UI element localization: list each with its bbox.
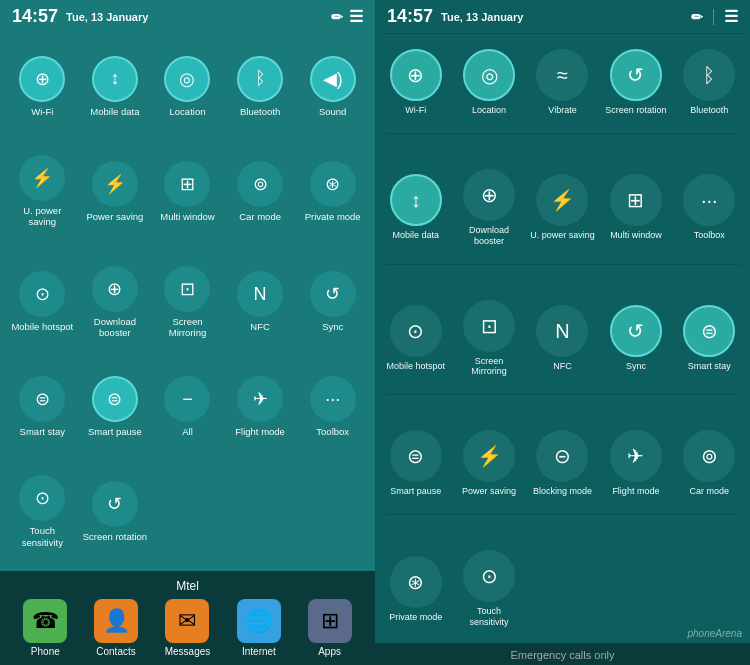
left-quick-icon-16: ⊜ (92, 376, 138, 422)
right-quick-label-1: Location (472, 105, 506, 116)
left-quick-label-12: Screen Mirroring (155, 316, 220, 339)
right-quick-label-20: Private mode (389, 612, 442, 623)
right-quick-item-4[interactable]: ᛒBluetooth (675, 36, 744, 129)
dock-app-2[interactable]: ✉Messages (165, 599, 211, 657)
emergency-text: Emergency calls only (385, 649, 740, 661)
right-quick-label-12: NFC (553, 361, 572, 372)
dock-app-3[interactable]: 🌐Internet (237, 599, 281, 657)
right-quick-item-21[interactable]: ⊙Touch sensitivity (454, 537, 523, 641)
left-quick-label-13: NFC (250, 321, 270, 332)
right-quick-item-18[interactable]: ✈Flight mode (601, 417, 670, 510)
right-quick-label-11: Screen Mirroring (456, 356, 521, 378)
left-quick-item-18[interactable]: ✈Flight mode (226, 359, 295, 454)
right-quick-item-8[interactable]: ⊞Multi window (601, 156, 670, 260)
left-quick-icon-15: ⊜ (19, 376, 65, 422)
right-quick-label-16: Power saving (462, 486, 516, 497)
left-quick-label-1: Mobile data (90, 106, 139, 117)
right-quick-item-2[interactable]: ≈Vibrate (528, 36, 597, 129)
row-divider-4 (385, 133, 740, 152)
dock-app-4[interactable]: ⊞Apps (308, 599, 352, 657)
right-quick-item-6[interactable]: ⊕Download booster (454, 156, 523, 260)
right-quick-item-5[interactable]: ↕Mobile data (381, 156, 450, 260)
left-quick-grid: ⊕Wi-Fi↕Mobile data◎LocationᛒBluetooth◀)S… (0, 33, 375, 571)
left-edit-icon[interactable]: ✏ (331, 9, 343, 25)
left-quick-item-10[interactable]: ⊙Mobile hotspot (8, 249, 77, 356)
left-quick-item-19[interactable]: ···Toolbox (298, 359, 367, 454)
left-quick-icon-6: ⚡ (92, 161, 138, 207)
left-quick-item-0[interactable]: ⊕Wi-Fi (8, 39, 77, 134)
left-quick-item-2[interactable]: ◎Location (153, 39, 222, 134)
right-menu-icon[interactable]: ☰ (724, 7, 738, 26)
right-quick-item-15[interactable]: ⊜Smart pause (381, 417, 450, 510)
right-quick-item-11[interactable]: ⊡Screen Mirroring (454, 287, 523, 391)
right-quick-label-18: Flight mode (612, 486, 659, 497)
right-quick-item-16[interactable]: ⚡Power saving (454, 417, 523, 510)
left-quick-item-8[interactable]: ⊚Car mode (226, 138, 295, 245)
right-quick-item-3[interactable]: ↺Screen rotation (601, 36, 670, 129)
left-quick-item-5[interactable]: ⚡U. power saving (8, 138, 77, 245)
left-quick-icon-14: ↺ (310, 271, 356, 317)
left-menu-icon[interactable]: ☰ (349, 7, 363, 26)
right-quick-label-0: Wi-Fi (405, 105, 426, 116)
right-quick-item-14[interactable]: ⊜Smart stay (675, 287, 744, 391)
left-quick-label-14: Sync (322, 321, 343, 332)
right-quick-item-9[interactable]: ···Toolbox (675, 156, 744, 260)
left-quick-item-3[interactable]: ᛒBluetooth (226, 39, 295, 134)
left-quick-item-12[interactable]: ⊡Screen Mirroring (153, 249, 222, 356)
left-quick-label-10: Mobile hotspot (11, 321, 73, 332)
left-quick-icon-17: − (164, 376, 210, 422)
right-quick-icon-15: ⊜ (390, 430, 442, 482)
left-quick-label-9: Private mode (305, 211, 361, 222)
left-quick-icon-1: ↕ (92, 56, 138, 102)
dock-app-label-0: Phone (31, 646, 60, 657)
left-quick-icon-0: ⊕ (19, 56, 65, 102)
left-quick-label-3: Bluetooth (240, 106, 280, 117)
left-quick-item-20[interactable]: ⊙Touch sensitivity (8, 458, 77, 565)
right-quick-icon-6: ⊕ (463, 169, 515, 221)
right-quick-item-20[interactable]: ⊛Private mode (381, 537, 450, 641)
right-quick-item-13[interactable]: ↺Sync (601, 287, 670, 391)
left-quick-item-17[interactable]: −All (153, 359, 222, 454)
left-quick-item-16[interactable]: ⊜Smart pause (81, 359, 150, 454)
left-quick-label-20: Touch sensitivity (10, 525, 75, 548)
left-panel: 14:57 Tue, 13 January ✏ ☰ ⊕Wi-Fi↕Mobile … (0, 0, 375, 665)
left-quick-item-7[interactable]: ⊞Multi window (153, 138, 222, 245)
left-quick-item-1[interactable]: ↕Mobile data (81, 39, 150, 134)
left-quick-label-7: Multi window (160, 211, 214, 222)
right-quick-item-1[interactable]: ◎Location (454, 36, 523, 129)
right-quick-label-10: Mobile hotspot (386, 361, 445, 372)
right-quick-icon-16: ⚡ (463, 430, 515, 482)
right-quick-icon-12: N (536, 305, 588, 357)
dock-app-icon-1: 👤 (94, 599, 138, 643)
right-quick-item-7[interactable]: ⚡U. power saving (528, 156, 597, 260)
right-quick-icon-21: ⊙ (463, 550, 515, 602)
right-quick-label-5: Mobile data (392, 230, 439, 241)
dock-app-0[interactable]: ☎Phone (23, 599, 67, 657)
left-quick-label-15: Smart stay (20, 426, 65, 437)
right-quick-item-0[interactable]: ⊕Wi-Fi (381, 36, 450, 129)
left-quick-label-18: Flight mode (235, 426, 285, 437)
right-quick-item-10[interactable]: ⊙Mobile hotspot (381, 287, 450, 391)
left-quick-icon-20: ⊙ (19, 475, 65, 521)
left-quick-item-21[interactable]: ↺Screen rotation (81, 458, 150, 565)
left-quick-item-14[interactable]: ↺Sync (298, 249, 367, 356)
dock-app-1[interactable]: 👤Contacts (94, 599, 138, 657)
left-quick-label-19: Toolbox (316, 426, 349, 437)
left-quick-item-13[interactable]: NNFC (226, 249, 295, 356)
right-quick-label-9: Toolbox (694, 230, 725, 241)
right-quick-icon-9: ··· (683, 174, 735, 226)
left-quick-item-4[interactable]: ◀)Sound (298, 39, 367, 134)
right-quick-item-19[interactable]: ⊚Car mode (675, 417, 744, 510)
left-quick-item-6[interactable]: ⚡Power saving (81, 138, 150, 245)
left-quick-item-11[interactable]: ⊕Download booster (81, 249, 150, 356)
left-quick-item-9[interactable]: ⊛Private mode (298, 138, 367, 245)
right-quick-label-19: Car mode (690, 486, 730, 497)
right-quick-item-12[interactable]: NNFC (528, 287, 597, 391)
right-quick-item-17[interactable]: ⊝Blocking mode (528, 417, 597, 510)
right-quick-grid: ⊕Wi-Fi◎Location≈Vibrate↺Screen rotationᛒ… (375, 34, 750, 643)
right-edit-icon[interactable]: ✏ (691, 9, 703, 25)
left-quick-item-15[interactable]: ⊜Smart stay (8, 359, 77, 454)
left-quick-icon-13: N (237, 271, 283, 317)
left-quick-icon-7: ⊞ (164, 161, 210, 207)
left-bottom-dock: Mtel ☎Phone👤Contacts✉Messages🌐Internet⊞A… (0, 571, 375, 665)
